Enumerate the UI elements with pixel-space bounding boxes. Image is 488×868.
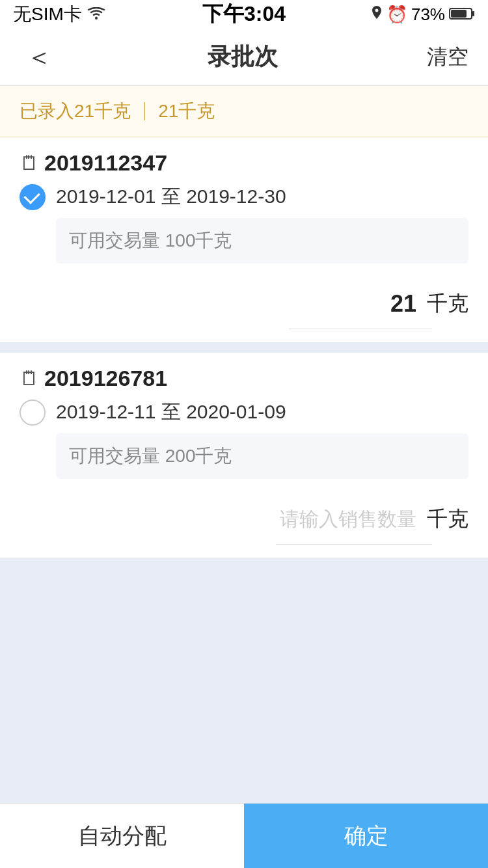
radio-btn-2[interactable] (20, 400, 46, 426)
batch-item-1: 🗒 2019112347 2019-12-01 至 2019-12-30 可用交… (0, 137, 488, 277)
svg-point-0 (95, 17, 98, 20)
clear-button[interactable]: 清空 (427, 43, 468, 72)
batch-avail-row-2: 可用交易量 200千克 (56, 433, 468, 479)
qty-row-1: 21 千克 (0, 277, 488, 329)
recorded-value: 21千克 (158, 99, 215, 124)
qty-unit-2: 千克 (427, 505, 468, 534)
document-icon-2: 🗒 (20, 368, 39, 390)
recorded-label: 已录入21千克 (20, 99, 131, 124)
status-right: ⏰ 73% (371, 5, 475, 25)
batch-avail-row-1: 可用交易量 100千克 (56, 218, 468, 264)
qty-value-1: 21 (390, 290, 416, 318)
document-icon-1: 🗒 (20, 152, 39, 174)
gray-area (0, 558, 488, 831)
info-banner: 已录入21千克 21千克 (0, 86, 488, 137)
batch-avail-text-2: 可用交易量 200千克 (69, 446, 232, 466)
back-button[interactable]: ＜ (20, 33, 59, 81)
page-title: 录批次 (208, 41, 278, 73)
nav-bar: ＜ 录批次 清空 (0, 29, 488, 86)
batch-id-text-1: 2019112347 (44, 150, 167, 176)
section-divider (0, 342, 488, 353)
batch-id-text-2: 2019126781 (44, 366, 167, 391)
batch-avail-text-1: 可用交易量 100千克 (69, 230, 232, 251)
batch-date-text-2: 2019-12-11 至 2020-01-09 (56, 399, 286, 426)
info-divider (144, 102, 145, 120)
qty-input-row-2[interactable]: 请输入销售数量 千克 (0, 492, 488, 544)
batch-item-2: 🗒 2019126781 2019-12-11 至 2020-01-09 可用交… (0, 353, 488, 492)
batch-id-row-1: 🗒 2019112347 (20, 150, 468, 176)
location-icon (371, 5, 383, 25)
batch-date-text-1: 2019-12-01 至 2019-12-30 (56, 183, 286, 210)
auto-distribute-button[interactable]: 自动分配 (0, 804, 244, 868)
svg-rect-3 (451, 10, 467, 18)
bottom-bar: 自动分配 确定 (0, 803, 488, 868)
batch-id-row-2: 🗒 2019126781 (20, 366, 468, 391)
confirm-button[interactable]: 确定 (244, 804, 488, 868)
svg-rect-2 (472, 11, 474, 16)
qty-unit-1: 千克 (427, 290, 468, 318)
carrier-text: 无SIM卡 (13, 2, 82, 27)
status-time: 下午3:04 (202, 0, 286, 29)
alarm-icon: ⏰ (386, 5, 407, 25)
batch-section-2: 🗒 2019126781 2019-12-11 至 2020-01-09 可用交… (0, 353, 488, 558)
battery-icon (449, 5, 475, 25)
status-bar: 无SIM卡 下午3:04 ⏰ 73% (0, 0, 488, 29)
qty-placeholder-2: 请输入销售数量 (280, 506, 416, 533)
batch-date-row-1[interactable]: 2019-12-01 至 2019-12-30 (20, 183, 468, 210)
wifi-icon (87, 4, 105, 25)
radio-btn-1[interactable] (20, 184, 46, 210)
batch-date-row-2[interactable]: 2019-12-11 至 2020-01-09 (20, 399, 468, 426)
batch-section-1: 🗒 2019112347 2019-12-01 至 2019-12-30 可用交… (0, 137, 488, 342)
status-left: 无SIM卡 (13, 2, 105, 27)
battery-text: 73% (411, 5, 445, 25)
